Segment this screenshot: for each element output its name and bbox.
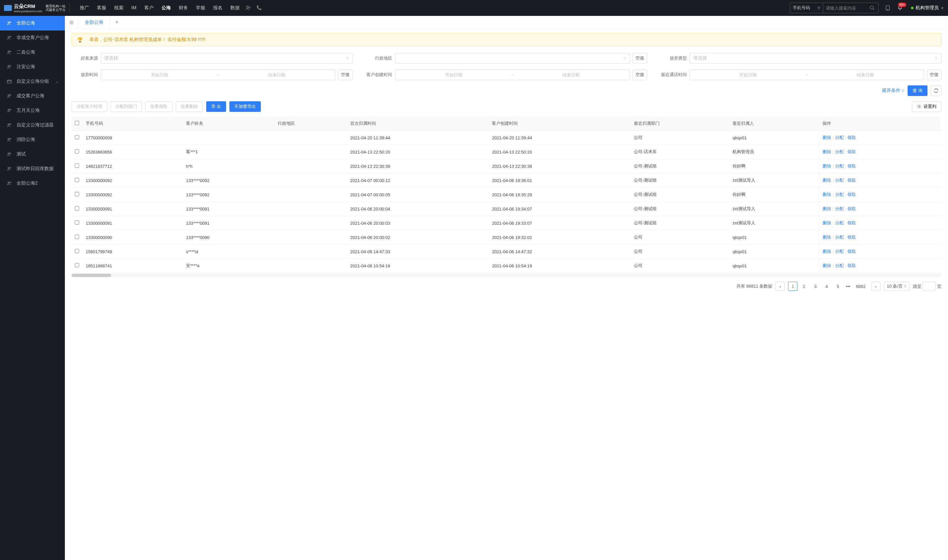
- abandon-type-select[interactable]: 请选择▽: [689, 53, 941, 63]
- last-page-button[interactable]: 6882: [854, 282, 868, 291]
- page-number[interactable]: 4: [822, 282, 831, 291]
- assign-link[interactable]: 分配: [835, 135, 844, 140]
- page-size-select[interactable]: 10 条/页▽: [884, 282, 910, 291]
- nav-item[interactable]: 数据: [227, 1, 243, 15]
- sidebar-item[interactable]: 全部公海: [0, 16, 65, 31]
- add-user-icon[interactable]: [245, 5, 252, 11]
- prev-page-button[interactable]: ‹: [776, 282, 785, 291]
- tab-add-button[interactable]: +: [110, 19, 123, 26]
- sidebar-item[interactable]: 消防公海: [0, 132, 65, 147]
- row-checkbox[interactable]: [75, 135, 79, 139]
- admin-area-select[interactable]: ▽: [395, 53, 629, 63]
- sidebar-item[interactable]: 成交客户公海: [0, 89, 65, 103]
- row-checkbox[interactable]: [75, 235, 79, 239]
- page-number[interactable]: 3: [811, 282, 820, 291]
- next-page-button[interactable]: ›: [871, 282, 880, 291]
- nav-item[interactable]: 推广: [77, 1, 92, 15]
- page-number[interactable]: 1: [788, 282, 797, 291]
- abandon-time-range[interactable]: ~: [101, 69, 335, 80]
- take-link[interactable]: 领取: [847, 235, 856, 240]
- call-time-range[interactable]: ~: [689, 69, 924, 80]
- row-checkbox[interactable]: [75, 220, 79, 225]
- sidebar-item[interactable]: 非成交客户公海: [0, 31, 65, 45]
- abandon-time-clear-button[interactable]: 空值: [338, 69, 352, 80]
- assign-link[interactable]: 分配: [835, 206, 844, 211]
- admin-area-clear-button[interactable]: 空值: [633, 53, 647, 63]
- row-checkbox[interactable]: [75, 192, 79, 196]
- assign-link[interactable]: 分配: [835, 192, 844, 197]
- take-link[interactable]: 领取: [847, 263, 856, 268]
- select-all-checkbox[interactable]: [75, 121, 79, 125]
- delete-link[interactable]: 删除: [823, 149, 831, 154]
- tabs-collapse-icon[interactable]: [65, 16, 78, 29]
- row-checkbox[interactable]: [75, 249, 79, 253]
- page-number[interactable]: 5: [833, 282, 842, 291]
- phone-icon[interactable]: [255, 5, 262, 11]
- delete-link[interactable]: 删除: [823, 235, 831, 240]
- assign-link[interactable]: 分配: [835, 263, 844, 268]
- row-checkbox[interactable]: [75, 149, 79, 154]
- take-link[interactable]: 领取: [847, 192, 856, 197]
- take-link[interactable]: 领取: [847, 163, 856, 168]
- delete-link[interactable]: 删除: [823, 135, 831, 140]
- row-checkbox[interactable]: [75, 206, 79, 211]
- user-menu[interactable]: 机构管理员 ▼: [907, 5, 944, 11]
- assign-link[interactable]: 分配: [835, 178, 844, 183]
- sidebar-item[interactable]: 二咨公海: [0, 45, 65, 60]
- assign-dept-button[interactable]: 分配到部门: [111, 101, 142, 112]
- take-link[interactable]: 领取: [847, 206, 856, 211]
- sidebar-item[interactable]: 自定义公海过滤器: [0, 118, 65, 132]
- nav-item[interactable]: 客服: [94, 1, 109, 15]
- assign-manager-button[interactable]: 分配客户经理: [71, 101, 107, 112]
- assign-link[interactable]: 分配: [835, 249, 844, 254]
- nav-item[interactable]: 线索: [111, 1, 127, 15]
- export-plain-button[interactable]: 不加密导出: [229, 101, 261, 112]
- search-type-select[interactable]: 手机号码▽: [790, 3, 823, 13]
- take-link[interactable]: 领取: [847, 135, 856, 140]
- create-time-clear-button[interactable]: 空值: [633, 69, 647, 80]
- tablet-icon[interactable]: [885, 5, 891, 11]
- assign-link[interactable]: 分配: [835, 163, 844, 168]
- call-time-clear-button[interactable]: 空值: [927, 69, 941, 80]
- create-time-range[interactable]: ~: [395, 69, 629, 80]
- sidebar-item[interactable]: 测试昨日回库数据: [0, 162, 65, 176]
- columns-button[interactable]: 设置列: [912, 101, 941, 112]
- take-link[interactable]: 领取: [847, 149, 856, 154]
- nav-item[interactable]: 财务: [175, 1, 191, 15]
- logo[interactable]: 云朵CRM www.yunduocrm.com 教育机构一站式服务云平台: [4, 3, 70, 13]
- batch-take-button[interactable]: 批量领取: [145, 101, 172, 112]
- batch-delete-button[interactable]: 批量删除: [176, 101, 203, 112]
- search-input[interactable]: [823, 3, 866, 13]
- bell-icon[interactable]: 99+: [897, 5, 903, 12]
- delete-link[interactable]: 删除: [823, 163, 831, 168]
- horizontal-scrollbar[interactable]: [71, 274, 941, 277]
- sidebar-item[interactable]: 五月天公海: [0, 103, 65, 118]
- assign-link[interactable]: 分配: [835, 235, 844, 240]
- friend-source-select[interactable]: 请选择▽: [101, 53, 352, 63]
- query-button[interactable]: 查 询: [908, 85, 928, 96]
- delete-link[interactable]: 删除: [823, 249, 831, 254]
- take-link[interactable]: 领取: [847, 220, 856, 225]
- nav-item[interactable]: IM: [128, 1, 140, 15]
- take-link[interactable]: 领取: [847, 178, 856, 183]
- delete-link[interactable]: 删除: [823, 206, 831, 211]
- nav-item[interactable]: 客户: [141, 1, 157, 15]
- tab-all-public[interactable]: 全部公海: [78, 16, 110, 29]
- page-number[interactable]: 2: [799, 282, 809, 291]
- row-checkbox[interactable]: [75, 263, 79, 268]
- delete-link[interactable]: 删除: [823, 263, 831, 268]
- take-link[interactable]: 领取: [847, 249, 856, 254]
- refresh-icon[interactable]: [931, 85, 941, 96]
- search-icon[interactable]: [866, 3, 878, 13]
- export-button[interactable]: 导 出: [206, 101, 226, 112]
- sidebar-item[interactable]: 注安公海: [0, 60, 65, 74]
- sidebar-item[interactable]: 全部公海2: [0, 176, 65, 191]
- nav-item[interactable]: 报名: [210, 1, 226, 15]
- jump-input[interactable]: [922, 282, 936, 291]
- nav-item[interactable]: 学服: [192, 1, 209, 15]
- nav-item[interactable]: 公海: [158, 1, 174, 15]
- expand-filters-link[interactable]: 展开条件▽: [882, 88, 904, 94]
- delete-link[interactable]: 删除: [823, 220, 831, 225]
- delete-link[interactable]: 删除: [823, 192, 831, 197]
- assign-link[interactable]: 分配: [835, 220, 844, 225]
